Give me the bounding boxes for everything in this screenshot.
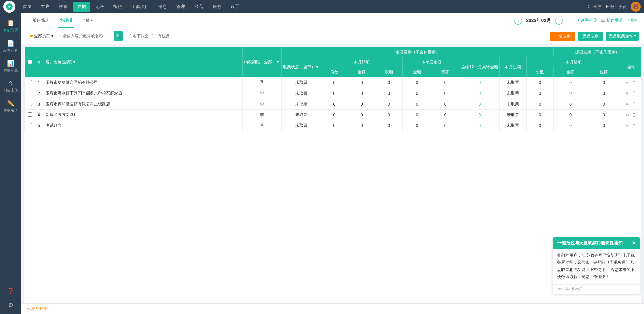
notification-header: 一键报税与无盘取票功能恢复通知 ✕ (553, 237, 640, 249)
table-row: 5 测试账套 月 未取票 0 0 0 0 0 0 未取票 0 0 0 ✏ 🗒 (25, 120, 641, 131)
notification-body: 尊敬的用户： 江苏政务网已恢复访问电子税务局功能，您代账一键登陆电子税务局与无盘… (553, 249, 640, 284)
notification-content: 尊敬的用户： 江苏政务网已恢复访问电子税务局功能，您代账一键登陆电子税务局与无盘… (557, 253, 635, 279)
row-in-month-amount: 0 (554, 77, 587, 88)
user-avatar[interactable]: 🐻 (631, 2, 641, 12)
no-disk-more-label: 无盘取票操作 (609, 33, 633, 39)
settings-col-icon[interactable]: ⚙ (37, 60, 41, 65)
cumulative-link[interactable]: 0 (479, 123, 481, 128)
nav-billing[interactable]: 收费 (55, 2, 72, 12)
row-out-season-tax: 0 (431, 88, 460, 99)
cumulative-link[interactable]: 0 (479, 113, 481, 117)
row-customer-name: 测试账套 (43, 120, 243, 131)
sidebar-label-intelligent: 智能取票 (3, 28, 18, 33)
invoice-entry-icon: ✏️ (7, 100, 14, 107)
row-period: 季 (242, 77, 281, 88)
period-next-btn[interactable]: › (555, 17, 563, 25)
sidebar-item-issue-invoice[interactable]: 📄 发票开具 (1, 37, 20, 56)
row-checkbox[interactable] (28, 123, 32, 127)
manual-btn[interactable]: 📖 操作手册 (600, 18, 623, 23)
one-click-invoice-btn[interactable]: 一键取票 (550, 32, 575, 41)
cumulative-link[interactable]: 0 (479, 91, 481, 96)
tab-general-taxpayer[interactable]: 一般纳税人 (27, 13, 51, 28)
tax-policy-link[interactable]: ⊙ 税务政策 (27, 306, 47, 312)
view-icon[interactable]: 🗒 (632, 123, 636, 128)
tab-small-scale[interactable]: 小规模 (58, 13, 74, 28)
view-icon[interactable]: 🗒 (632, 80, 636, 85)
checkbox-my-accounts[interactable]: 名下账套 (127, 33, 149, 39)
edit-icon[interactable]: ✏ (626, 112, 630, 118)
row-out-status: 未取票 (281, 110, 321, 120)
view-icon[interactable]: 🗒 (632, 112, 636, 118)
row-checkbox[interactable] (28, 102, 32, 106)
view-icon[interactable]: 🗒 (632, 91, 636, 96)
fullscreen-btn[interactable]: ⛶ 全屏 (588, 4, 601, 10)
has-disk-checkbox[interactable] (152, 34, 156, 38)
row-checkbox[interactable] (28, 80, 32, 84)
row-out-month-tax: 0 (375, 88, 402, 99)
action-header: 操作 (621, 57, 641, 77)
toolbar-right: 一键取票 无盘取票 无盘取票操作 ▾ (550, 32, 639, 41)
nav-operation[interactable]: 经营 (191, 2, 207, 12)
help-icon[interactable]: ❓ (5, 285, 16, 297)
settings-icon[interactable]: ⚙ (6, 299, 15, 311)
nav-business[interactable]: 工商项目 (127, 2, 153, 12)
row-out-cumulative: 0 (460, 120, 499, 131)
row-in-month-amount: 0 (554, 88, 587, 99)
notification-date: 2023年3月20日 (557, 287, 583, 291)
my-accounts-checkbox[interactable] (127, 34, 131, 38)
row-in-status: 未取票 (499, 120, 526, 131)
checkbox-has-disk[interactable]: 有税盘 (152, 33, 170, 39)
refresh-btn[interactable]: ↺ 刷新 (626, 18, 639, 23)
search-input[interactable] (60, 31, 114, 41)
nav-invoice[interactable]: 票据 (73, 2, 90, 12)
invoice-summary-icon: 📊 (7, 60, 14, 67)
no-disk-invoice-btn[interactable]: 无盘取票 (578, 32, 603, 41)
in-month-tax-header: 税额 (587, 67, 621, 77)
out-season-header: 本季度销项 (402, 57, 460, 67)
sidebar-item-intelligent-invoice[interactable]: 📋 智能取票 (1, 17, 20, 36)
sidebar-item-scan-upload[interactable]: 🖨 扫描上传 (1, 77, 20, 96)
row-checkbox[interactable] (28, 112, 32, 117)
employee-label: 全部员工 (34, 33, 50, 39)
sidebar-item-invoice-entry[interactable]: ✏️ 票据录入 (1, 97, 20, 116)
nav-client[interactable]: 客户 (37, 2, 54, 12)
row-out-month-amount: 0 (348, 77, 375, 88)
nav-accounting[interactable]: 记账 (91, 2, 108, 12)
main-container: 📋 智能取票 📄 发票开具 📊 票据汇总 🖨 扫描上传 ✏️ 票据录入 ❓ ⚙ … (0, 13, 644, 314)
tab-all[interactable]: 全能 ▾ (80, 14, 94, 27)
edit-icon[interactable]: ✏ (626, 80, 630, 85)
row-out-season-amount: 0 (402, 120, 431, 131)
cumulative-link[interactable]: 0 (479, 102, 481, 107)
sub-header: 一般纳税人 小规模 全能 ▾ ‹ 2023年02月 › ✦ 新手引导 📖 操作手… (21, 13, 644, 28)
row-checkbox[interactable] (28, 91, 32, 95)
cumulative-link[interactable]: 0 (479, 80, 481, 85)
select-all-checkbox[interactable] (28, 60, 32, 64)
nav-tax[interactable]: 报税 (109, 2, 126, 12)
sidebar-item-invoice-summary[interactable]: 📊 票据汇总 (1, 57, 20, 76)
out-month-header: 本月销项 (321, 57, 402, 67)
nav-message[interactable]: 消息 (154, 2, 171, 12)
notification-close-btn[interactable]: ✕ (632, 240, 636, 246)
toolbar: 全部员工 ▾ 🔍 名下账套 有税盘 一键取票 无盘取票 无盘取票操作 ▾ (21, 28, 644, 44)
edit-icon[interactable]: ✏ (626, 91, 630, 96)
member-btn[interactable]: ▶ 畅汇会员 (605, 4, 627, 10)
nav-settings[interactable]: 设置 (227, 2, 244, 12)
period-prev-btn[interactable]: ‹ (514, 17, 522, 25)
edit-icon[interactable]: ✏ (626, 102, 630, 107)
no-disk-more-btn[interactable]: 无盘取票操作 ▾ (606, 32, 639, 41)
issue-invoice-icon: 📄 (7, 40, 14, 47)
nav-service[interactable]: 服务 (209, 2, 225, 12)
new-guide-btn[interactable]: ✦ 新手引导 (577, 18, 597, 23)
row-checkbox-cell (25, 99, 35, 110)
nav-home[interactable]: 首页 (19, 2, 36, 12)
edit-icon[interactable]: ✏ (626, 123, 630, 128)
view-icon[interactable]: 🗒 (632, 102, 636, 107)
nav-manage[interactable]: 管理 (172, 2, 189, 12)
row-out-month-count: 0 (321, 99, 348, 110)
employee-select[interactable]: 全部员工 ▾ (27, 32, 56, 40)
out-cumulative-header: 连续12个月累计金额 (460, 57, 499, 77)
table-body: 1 卫辉市玖玖健合医药有限公司 季 未取票 0 0 0 0 0 0 未取票 0 … (25, 77, 641, 131)
search-btn[interactable]: 🔍 (114, 31, 123, 41)
sidebar-label-summary: 票据汇总 (3, 68, 18, 73)
in-month-amount-header: 金额 (554, 67, 587, 77)
